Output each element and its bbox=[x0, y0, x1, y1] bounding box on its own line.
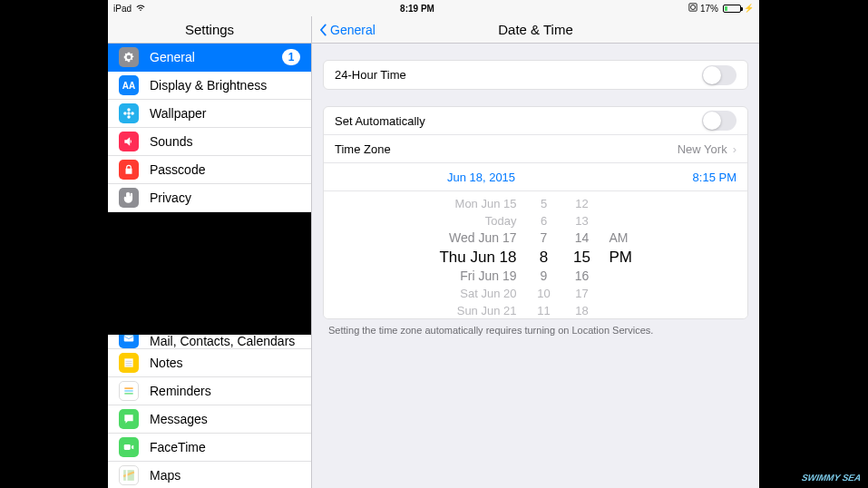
svg-rect-8 bbox=[124, 358, 132, 366]
status-time: 8:19 PM bbox=[146, 4, 688, 14]
sidebar-item-label: Privacy bbox=[150, 190, 300, 205]
sidebar-item-label: Messages bbox=[150, 412, 300, 426]
picker-item[interactable]: 13 bbox=[575, 212, 588, 229]
picker-item[interactable]: Today bbox=[485, 212, 517, 229]
rotation-lock-icon bbox=[688, 3, 697, 14]
selected-time: 8:15 PM bbox=[628, 171, 736, 184]
picker-item[interactable]: Sun Jun 21 bbox=[457, 302, 517, 318]
sidebar-item-label: Sounds bbox=[150, 134, 300, 149]
picker-item[interactable]: 16 bbox=[575, 268, 590, 285]
settings-sidebar: Settings General1AADisplay & BrightnessW… bbox=[108, 16, 312, 488]
footnote: Setting the time zone automatically requ… bbox=[312, 319, 759, 341]
datetime-picker[interactable]: Mon Jun 15TodayWed Jun 17Thu Jun 18Fri J… bbox=[324, 191, 747, 318]
picker-item[interactable]: 5 bbox=[541, 195, 547, 212]
detail-header: General Date & Time bbox=[312, 16, 759, 44]
label-time-zone: Time Zone bbox=[335, 142, 678, 156]
detail-title: Date & Time bbox=[498, 22, 573, 37]
svg-rect-7 bbox=[124, 336, 134, 342]
sidebar-item-label: Notes bbox=[150, 356, 300, 370]
cell-set-automatically: Set Automatically bbox=[324, 107, 747, 135]
badge: 1 bbox=[282, 49, 300, 65]
battery-percent: 17% bbox=[700, 4, 718, 14]
sidebar-gap bbox=[108, 212, 311, 335]
sound-icon bbox=[119, 132, 139, 151]
ipad-screen: iPad 8:19 PM 17% ⚡ Settings General1AADi… bbox=[108, 0, 759, 488]
picker-item[interactable]: 9 bbox=[541, 268, 548, 285]
picker-col-ampm[interactable]: AMPM bbox=[610, 229, 637, 318]
wifi-icon bbox=[135, 4, 146, 14]
back-label: General bbox=[330, 23, 375, 37]
picker-col-hr[interactable]: 567891011 bbox=[533, 195, 555, 318]
picker-item[interactable]: PM bbox=[610, 247, 633, 268]
cell-24-hour-time: 24-Hour Time bbox=[324, 61, 747, 89]
picker-col-min[interactable]: 12131415161718 bbox=[571, 195, 593, 318]
sidebar-item-label: Reminders bbox=[150, 384, 300, 398]
selected-date: Jun 18, 2015 bbox=[335, 171, 628, 184]
sidebar-item-mail-contacts-calendars[interactable]: Mail, Contacts, Calendars bbox=[108, 335, 311, 349]
picker-item[interactable]: 7 bbox=[541, 229, 548, 247]
status-bar: iPad 8:19 PM 17% ⚡ bbox=[108, 0, 759, 16]
sidebar-item-label: Passcode bbox=[150, 162, 300, 177]
svg-point-2 bbox=[127, 112, 131, 115]
sidebar-item-label: General bbox=[150, 50, 271, 64]
switch-24-hour[interactable] bbox=[702, 65, 736, 85]
picker-item[interactable]: Wed Jun 17 bbox=[449, 229, 516, 247]
cell-date-time-display[interactable]: Jun 18, 2015 8:15 PM bbox=[324, 163, 747, 191]
flower-icon bbox=[119, 103, 139, 123]
sidebar-item-notes[interactable]: Notes bbox=[108, 349, 311, 377]
picker-item[interactable]: Fri Jun 19 bbox=[460, 268, 516, 285]
value-time-zone: New York bbox=[678, 142, 727, 156]
picker-item[interactable]: 8 bbox=[540, 247, 548, 268]
video-icon bbox=[119, 437, 139, 457]
sidebar-item-general[interactable]: General1 bbox=[108, 44, 311, 72]
sidebar-item-passcode[interactable]: Passcode bbox=[108, 156, 311, 184]
picker-item[interactable]: 12 bbox=[575, 195, 588, 212]
sidebar-item-maps[interactable]: Maps bbox=[108, 462, 311, 488]
picker-item[interactable]: Thu Jun 18 bbox=[439, 247, 516, 268]
detail-pane: General Date & Time 24-Hour Time Set Aut… bbox=[312, 16, 759, 488]
chevron-right-icon: › bbox=[733, 142, 736, 156]
picker-item[interactable]: AM bbox=[610, 229, 629, 247]
sidebar-item-reminders[interactable]: Reminders bbox=[108, 377, 311, 405]
sidebar-item-label: FaceTime bbox=[150, 440, 300, 454]
sidebar-item-sounds[interactable]: Sounds bbox=[108, 128, 311, 156]
sidebar-item-label: Maps bbox=[150, 468, 300, 483]
picker-item[interactable]: 17 bbox=[575, 285, 588, 302]
sidebar-item-display-brightness[interactable]: AADisplay & Brightness bbox=[108, 72, 311, 100]
notes-icon bbox=[119, 353, 139, 373]
sidebar-item-facetime[interactable]: FaceTime bbox=[108, 434, 311, 462]
picker-item[interactable]: Sat Jun 20 bbox=[460, 285, 516, 302]
AA-icon: AA bbox=[119, 75, 139, 95]
label-24-hour: 24-Hour Time bbox=[335, 68, 702, 82]
gear-icon bbox=[119, 47, 139, 67]
sidebar-item-privacy[interactable]: Privacy bbox=[108, 184, 311, 212]
sidebar-item-wallpaper[interactable]: Wallpaper bbox=[108, 100, 311, 128]
switch-set-auto[interactable] bbox=[702, 111, 736, 131]
svg-point-1 bbox=[690, 5, 695, 10]
picker-item[interactable]: 15 bbox=[573, 247, 590, 268]
maps-icon bbox=[119, 465, 139, 485]
picker-item[interactable]: Mon Jun 15 bbox=[455, 195, 517, 212]
sidebar-item-label: Mail, Contacts, Calendars bbox=[150, 335, 300, 348]
picker-item[interactable]: 14 bbox=[575, 229, 590, 247]
back-button[interactable]: General bbox=[317, 23, 375, 37]
picker-item[interactable]: 10 bbox=[537, 285, 550, 302]
device-label: iPad bbox=[113, 4, 132, 14]
picker-col-date[interactable]: Mon Jun 15TodayWed Jun 17Thu Jun 18Fri J… bbox=[435, 195, 517, 318]
sidebar-item-label: Display & Brightness bbox=[150, 78, 300, 93]
picker-item[interactable]: 18 bbox=[575, 302, 588, 318]
charging-icon: ⚡ bbox=[744, 4, 754, 13]
bubble-icon bbox=[119, 409, 139, 429]
svg-point-4 bbox=[127, 115, 131, 118]
cell-time-zone[interactable]: Time Zone New York › bbox=[324, 135, 747, 163]
picker-item[interactable]: 11 bbox=[537, 302, 550, 318]
picker-item[interactable]: 6 bbox=[541, 212, 547, 229]
sidebar-item-messages[interactable]: Messages bbox=[108, 405, 311, 434]
lock-icon bbox=[119, 160, 139, 180]
svg-point-3 bbox=[127, 108, 131, 112]
svg-point-5 bbox=[123, 112, 127, 115]
svg-point-6 bbox=[131, 112, 134, 115]
reminders-icon bbox=[119, 381, 139, 401]
mail-icon bbox=[119, 335, 139, 348]
watermark: SWIMMY SEA bbox=[801, 473, 862, 483]
